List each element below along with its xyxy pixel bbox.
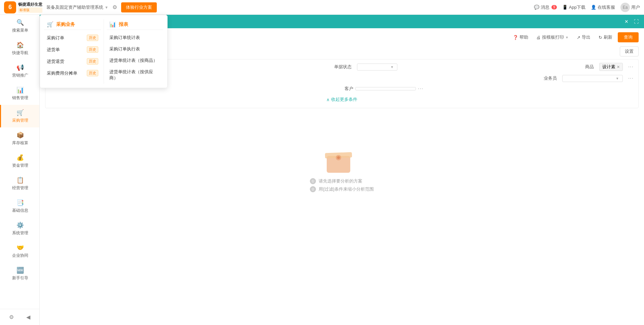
sidebar-settings-icon[interactable]: ⚙	[7, 312, 16, 322]
dropdown-item-incoming[interactable]: 进货单 历史	[44, 44, 101, 55]
system-title: 装备及固定资产辅助管理系统	[46, 4, 103, 10]
phone-icon: 📱	[562, 5, 568, 10]
sidebar-item-cooperation[interactable]: 🤝 企业协同	[0, 240, 39, 262]
operations-icon: 📋	[16, 176, 24, 184]
messages-btn[interactable]: 💬 消息 9	[534, 4, 557, 10]
finance-icon: 💰	[16, 154, 24, 161]
messages-label: 消息	[541, 4, 549, 10]
purchase-col-header: 🛒 采购业务	[44, 19, 101, 30]
order-stats-label: 采购订单统计表	[109, 35, 140, 41]
sidebar-item-search-label: 搜索菜单	[12, 28, 28, 33]
refresh-btn[interactable]: ↻ 刷新	[596, 33, 615, 42]
salesperson-select[interactable]: ▼	[562, 75, 623, 82]
purchase-icon: 🛒	[16, 109, 24, 116]
tab-close-all-icon[interactable]: ✕	[623, 17, 630, 26]
headset-icon: 👤	[591, 5, 596, 10]
voucher-status-select[interactable]: ▼	[357, 64, 397, 71]
expense-label: 采购费用分摊单	[47, 70, 77, 76]
sidebar-item-purchase[interactable]: 🛒 采购管理	[0, 105, 39, 127]
voucher-status-arrow: ▼	[390, 65, 394, 69]
logo-text: 畅捷通好生意 标准版	[18, 2, 42, 13]
settings-button[interactable]: 设置	[620, 46, 639, 56]
sidebar-item-sales[interactable]: 📊 销售管理	[0, 82, 39, 105]
export-btn[interactable]: ↗ 导出	[574, 33, 593, 42]
user-label: 用户	[631, 4, 640, 10]
dropdown-item-return[interactable]: 进货退货 历史	[44, 55, 101, 67]
sidebar-item-system-label: 系统管理	[12, 230, 28, 236]
marketing-icon: 📢	[16, 64, 24, 71]
query-button[interactable]: 查询	[618, 32, 639, 42]
purchase-order-label: 采购订单	[47, 35, 64, 41]
dropdown-item-incoming-stats-goods[interactable]: 进货单统计表（按商品）	[107, 55, 164, 66]
settings-icon[interactable]: ⚙	[111, 3, 118, 12]
goods-label: 商品	[585, 64, 594, 70]
sidebar-item-finance[interactable]: 💰 资金管理	[0, 150, 39, 172]
sidebar-item-basic-info[interactable]: 📑 基础信息	[0, 195, 39, 217]
dropdown-item-purchase-order[interactable]: 采购订单 历史	[44, 32, 101, 44]
sidebar-item-sales-label: 销售管理	[12, 95, 28, 101]
online-service-btn[interactable]: 👤 在线客服	[591, 4, 615, 10]
sidebar-collapse-icon[interactable]: ◀	[24, 312, 32, 322]
sidebar: 🔍 搜索菜单 🏠 快捷导航 📢 营销推广 📊 销售管理 🛒 采购管理 📦 库存核…	[0, 15, 40, 325]
refresh-icon: ↻	[599, 35, 602, 40]
dropdown-item-order-stats[interactable]: 采购订单统计表	[107, 32, 164, 43]
sidebar-item-basicinfo-label: 基础信息	[12, 208, 28, 213]
search-icon: 🔍	[16, 19, 24, 26]
incoming-history-tag: 历史	[87, 46, 98, 53]
dropdown-item-incoming-stats-supplier[interactable]: 进货单统计表（按供应商）	[107, 66, 164, 84]
order-exec-label: 采购订单执行表	[109, 46, 140, 52]
report-col-header: 📊 报表	[107, 19, 164, 30]
online-service-label: 在线客服	[598, 4, 615, 10]
sidebar-item-system[interactable]: ⚙️ 系统管理	[0, 217, 39, 240]
avatar: Ea	[620, 3, 630, 12]
logo-area: 6 畅捷通好生意 标准版	[4, 1, 44, 13]
return-label: 进货退货	[47, 58, 64, 65]
toolbar-right: ❓ 帮助 🖨 按模板打印 ▼ ↗ 导出 ↻ 刷新	[510, 32, 639, 42]
logo-badge: 标准版	[18, 7, 42, 13]
customer-label: 客户	[345, 86, 353, 92]
tab-bar-right: ✕ ⛶	[623, 17, 643, 26]
expense-history-tag: 历史	[87, 70, 98, 76]
sidebar-item-guide-label: 新手引导	[12, 275, 28, 281]
guide-icon: 🆕	[16, 267, 24, 274]
print-btn[interactable]: 🖨 按模板打印 ▼	[534, 33, 571, 42]
report-col-icon: 📊	[109, 21, 116, 28]
sidebar-item-marketing[interactable]: 📢 营销推广	[0, 60, 39, 82]
top-right: 💬 消息 9 📱 App下载 👤 在线客服 Ea 用户	[534, 3, 640, 12]
hint-num-2: ②	[310, 186, 316, 192]
print-arrow-icon: ▼	[565, 36, 569, 39]
collapse-label: 收起更多条件	[331, 96, 357, 103]
help-btn[interactable]: ❓ 帮助	[510, 33, 531, 42]
logo-name: 畅捷通好生意	[18, 2, 42, 7]
print-label: 按模板打印	[542, 34, 564, 40]
sidebar-bottom: ⚙ ◀	[0, 309, 39, 325]
print-icon: 🖨	[536, 35, 541, 40]
customer-select[interactable]	[355, 87, 416, 90]
goods-tag-value: 设计素	[602, 64, 615, 70]
trial-button[interactable]: 体验行业方案	[121, 2, 157, 12]
refresh-label: 刷新	[604, 34, 612, 40]
goods-tag: 设计素 ✕	[599, 63, 623, 71]
sidebar-item-search[interactable]: 🔍 搜索菜单	[0, 15, 39, 37]
dropdown-item-expense[interactable]: 采购费用分摊单 历史	[44, 67, 101, 79]
goods-tag-close-icon[interactable]: ✕	[617, 65, 620, 69]
collapse-btn[interactable]: ∧ 收起更多条件	[50, 94, 634, 105]
sidebar-item-inventory[interactable]: 📦 库存核算	[0, 127, 39, 150]
salesperson-dots[interactable]: ···	[628, 75, 634, 81]
goods-dots[interactable]: ···	[628, 64, 634, 70]
app-download-btn[interactable]: 📱 App下载	[562, 4, 585, 10]
customer-dots[interactable]: ···	[418, 86, 423, 92]
sidebar-item-guide[interactable]: 🆕 新手引导	[0, 262, 39, 285]
help-label: 帮助	[520, 34, 528, 40]
voucher-status-label: 单据状态	[334, 64, 352, 70]
hint-num-1: ①	[310, 178, 316, 184]
sidebar-item-operations[interactable]: 📋 经营管理	[0, 172, 39, 195]
tab-fullscreen-icon[interactable]: ⛶	[633, 17, 640, 26]
dropdown-item-order-exec[interactable]: 采购订单执行表	[107, 43, 164, 55]
system-icon: ⚙️	[16, 221, 24, 229]
system-title-btn[interactable]: 装备及固定资产辅助管理系统 ▼	[46, 4, 108, 10]
export-icon: ↗	[577, 35, 580, 40]
sidebar-item-quick-nav[interactable]: 🏠 快捷导航	[0, 37, 39, 60]
user-btn[interactable]: Ea 用户	[620, 3, 640, 12]
salesperson-label: 业务员	[544, 75, 557, 81]
